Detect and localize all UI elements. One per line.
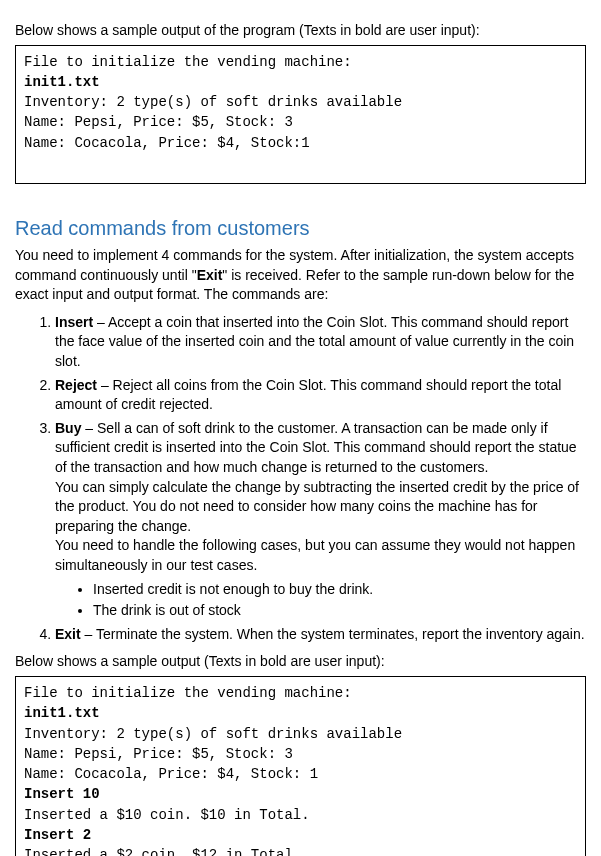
code-line: Name: Cocacola, Price: $4, Stock:1: [24, 135, 310, 151]
sample-output-label-2: Below shows a sample output (Texts in bo…: [15, 652, 586, 672]
code-sample-2: File to initialize the vending machine: …: [15, 676, 586, 856]
blank-space: [24, 153, 577, 177]
command-item-exit: Exit – Terminate the system. When the sy…: [55, 625, 586, 645]
command-list: Insert – Accept a coin that inserted int…: [15, 313, 586, 645]
code-line: File to initialize the vending machine:: [24, 54, 352, 70]
command-desc: – Reject all coins from the Coin Slot. T…: [55, 377, 561, 413]
command-desc-para: You need to handle the following cases, …: [55, 537, 575, 573]
section-paragraph: You need to implement 4 commands for the…: [15, 246, 586, 305]
command-item-insert: Insert – Accept a coin that inserted int…: [55, 313, 586, 372]
command-item-reject: Reject – Reject all coins from the Coin …: [55, 376, 586, 415]
command-desc: – Accept a coin that inserted into the C…: [55, 314, 574, 369]
code-line: Name: Pepsi, Price: $5, Stock: 3: [24, 114, 293, 130]
paragraph-bold: Exit: [197, 267, 223, 283]
section-heading-read-commands: Read commands from customers: [15, 214, 586, 242]
code-line: File to initialize the vending machine:: [24, 685, 352, 701]
command-name: Buy: [55, 420, 81, 436]
code-line: Name: Pepsi, Price: $5, Stock: 3: [24, 746, 293, 762]
code-sample-1: File to initialize the vending machine: …: [15, 45, 586, 184]
sample-output-label-1: Below shows a sample output of the progr…: [15, 21, 586, 41]
command-name: Insert: [55, 314, 93, 330]
command-name: Exit: [55, 626, 81, 642]
code-line: Inventory: 2 type(s) of soft drinks avai…: [24, 94, 402, 110]
code-line: Inventory: 2 type(s) of soft drinks avai…: [24, 726, 402, 742]
code-line-user-input: init1.txt: [24, 705, 100, 721]
code-line: Name: Cocacola, Price: $4, Stock: 1: [24, 766, 318, 782]
code-line-user-input: Insert 10: [24, 786, 100, 802]
code-line: Inserted a $2 coin. $12 in Total.: [24, 847, 301, 856]
command-desc-para: You can simply calculate the change by s…: [55, 479, 579, 534]
code-line-user-input: Insert 2: [24, 827, 91, 843]
case-item: The drink is out of stock: [93, 601, 586, 621]
code-line: Inserted a $10 coin. $10 in Total.: [24, 807, 310, 823]
case-item: Inserted credit is not enough to buy the…: [93, 580, 586, 600]
command-desc: – Sell a can of soft drink to the custom…: [55, 420, 577, 475]
command-name: Reject: [55, 377, 97, 393]
command-desc: – Terminate the system. When the system …: [81, 626, 585, 642]
command-item-buy: Buy – Sell a can of soft drink to the cu…: [55, 419, 586, 621]
cases-list: Inserted credit is not enough to buy the…: [55, 580, 586, 621]
code-line-user-input: init1.txt: [24, 74, 100, 90]
